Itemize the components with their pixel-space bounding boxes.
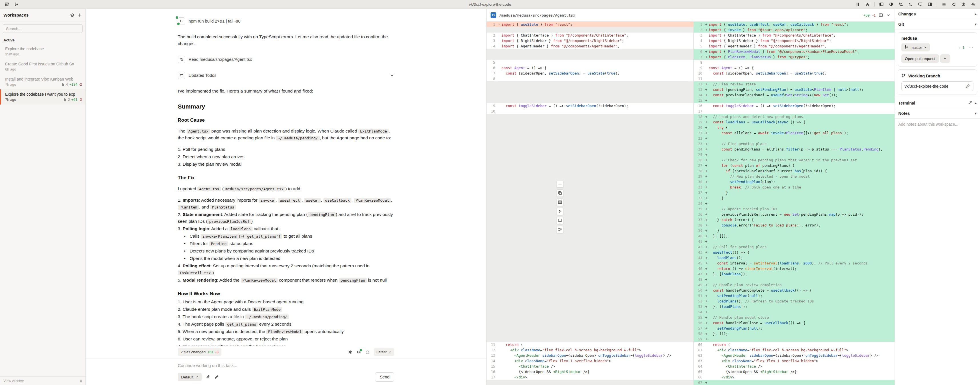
diff-marker: + <box>704 147 709 151</box>
menu-button[interactable] <box>941 2 947 7</box>
gear-button[interactable] <box>970 2 976 7</box>
line-number: 46 <box>694 267 704 271</box>
menu-button[interactable] <box>556 180 564 188</box>
diff-body: 1-import { useState } from "react";2impo… <box>487 22 894 385</box>
diff-file-path: /medusa/medusa/src/pages/Agent.tsx <box>499 13 575 18</box>
edit-pencil-icon[interactable] <box>966 84 970 89</box>
open-pull-request-button[interactable]: Open pull request <box>901 54 939 63</box>
diff-collapsed-row <box>487 261 694 266</box>
monitor-button[interactable] <box>918 2 923 7</box>
megaphone-button[interactable] <box>951 2 956 7</box>
code-line: console.error('Failed to load plans:', e… <box>709 223 820 228</box>
collapse-button[interactable] <box>865 2 870 7</box>
workspace-item[interactable]: Install and integrate Vibe Kanban Web7h … <box>0 74 86 89</box>
split-diff-toggle[interactable] <box>878 13 883 18</box>
tool-call[interactable]: npm run build 2>&1 | tail -80 <box>178 18 394 25</box>
diff-row: 16 const toggleSidebar = () => setSideba… <box>694 103 894 108</box>
code-line: loadPlans(); <box>709 256 743 260</box>
workspace-item[interactable]: Explore the codebase35m ago <box>0 44 86 59</box>
version-selector[interactable]: Latest <box>374 348 394 356</box>
tool-call[interactable]: Updated Todos <box>178 72 394 79</box>
line-number: 58 <box>694 332 704 336</box>
copy-button[interactable] <box>556 189 564 197</box>
line-number: 5 <box>694 44 704 48</box>
pause-button[interactable] <box>855 2 861 7</box>
section-terminal[interactable]: Terminal ▸ <box>895 98 980 108</box>
inline-code: ExitPlanMode <box>358 129 388 134</box>
view-archive-link[interactable]: View Archive <box>3 379 24 383</box>
workspaces-title: Workspaces <box>3 13 29 18</box>
line-number: 8 <box>694 60 704 65</box>
line-number: 1 <box>694 22 704 27</box>
code-line: <ChatInterface /> <box>501 364 555 368</box>
contrast-button[interactable] <box>888 2 894 7</box>
prompt-button[interactable] <box>908 2 913 7</box>
git-compare-button[interactable] <box>898 2 904 7</box>
line-number: 65 <box>694 370 704 374</box>
code-line: const handlePlanClose = useCallback(() =… <box>709 321 805 325</box>
more-options-button[interactable]: ··· <box>969 45 974 50</box>
message-input[interactable]: Continue working on this task... <box>178 363 394 368</box>
help-button[interactable] <box>961 2 966 7</box>
line-number: 4 <box>694 39 704 43</box>
section-changes[interactable]: Changes ▸ <box>895 9 980 19</box>
workspaces-header: Workspaces <box>0 9 86 21</box>
notes-label: Notes <box>898 111 910 116</box>
code-line: import { PlanReviewModal } from "@/compo… <box>709 49 859 54</box>
diff-row: 6+import { PlanReviewModal } from "@/com… <box>694 49 894 54</box>
line-number: 60 <box>694 343 704 347</box>
section-git[interactable]: Git ▾ <box>895 19 980 29</box>
diff-marker: + <box>704 277 709 282</box>
line-number: 64 <box>694 364 704 368</box>
branch-selector[interactable]: master <box>901 43 930 51</box>
code-line: } <box>709 229 719 233</box>
chat-messages: npm run build 2>&1 | tail -80The build c… <box>86 9 486 346</box>
line-number: 10 <box>487 110 497 113</box>
code-line: return ( <box>709 342 730 347</box>
workspace-item[interactable]: Explore the codebase I want you to exp7h… <box>0 89 86 105</box>
diff-marker: + <box>704 93 709 97</box>
splitview-button[interactable] <box>556 199 564 206</box>
play-button[interactable] <box>556 208 564 215</box>
branch-button[interactable] <box>556 226 564 233</box>
collapse-diff-button[interactable] <box>886 13 891 18</box>
code-line: const Agent = () => { <box>501 66 547 70</box>
inline-code: PlanItem <box>178 205 199 210</box>
code-line: import { PlanItem, PlanStatus } from "@/… <box>709 55 810 59</box>
git-branch-icon <box>901 73 906 78</box>
todos-status-icon[interactable] <box>356 350 361 355</box>
plus-button[interactable] <box>78 13 82 18</box>
files-changed-chip[interactable]: 2 files changed +61 -3 <box>178 348 221 356</box>
spark-icon[interactable] <box>348 350 353 355</box>
code-line: if (!previousPlanIdsRef.current.has(plan… <box>709 169 827 173</box>
attach-button[interactable] <box>206 375 210 379</box>
diff-collapsed-row <box>487 81 694 87</box>
tool-call[interactable]: Read medusa/src/pages/Agent.tsx <box>178 56 394 63</box>
line-number: 20 <box>694 126 704 130</box>
diff-row: 9 const toggleSidebar = () => setSidebar… <box>487 103 694 108</box>
code-line: <AgentHeader sidebarOpen={sidebarOpen} o… <box>709 353 878 358</box>
panel-right-button[interactable] <box>927 2 933 7</box>
expand-icon[interactable] <box>968 101 972 105</box>
signout-button[interactable] <box>14 2 19 7</box>
panel-left-button[interactable] <box>878 2 884 7</box>
model-selector[interactable]: Default <box>178 373 202 381</box>
diff-marker: + <box>704 234 709 238</box>
working-branch-input[interactable]: vk/3ccf-explore-the-code <box>901 81 974 91</box>
monitor-button[interactable] <box>556 217 564 224</box>
section-notes[interactable]: Notes ▾ <box>895 108 980 119</box>
pull-request-row: Open pull request <box>901 54 974 63</box>
spinner-icon[interactable] <box>365 350 370 355</box>
code-line: setPendingPlan(null); <box>709 294 762 298</box>
send-button[interactable]: Send <box>375 372 394 382</box>
workspace-item[interactable]: Create Good First Issues on Github So6h … <box>0 59 86 74</box>
search-input[interactable]: Search... <box>3 24 83 33</box>
commits-ahead: ↑ 1 <box>959 45 964 50</box>
annotate-button[interactable] <box>214 375 219 379</box>
archive-button[interactable] <box>4 2 10 7</box>
notes-input[interactable]: Add notes about this workspace... <box>895 119 980 130</box>
layers-button[interactable] <box>70 13 75 18</box>
pull-request-options-button[interactable] <box>940 54 950 63</box>
chevron-down-icon[interactable] <box>390 73 394 78</box>
code-line: loadPlans(); // Refresh to update tracke… <box>709 299 814 303</box>
